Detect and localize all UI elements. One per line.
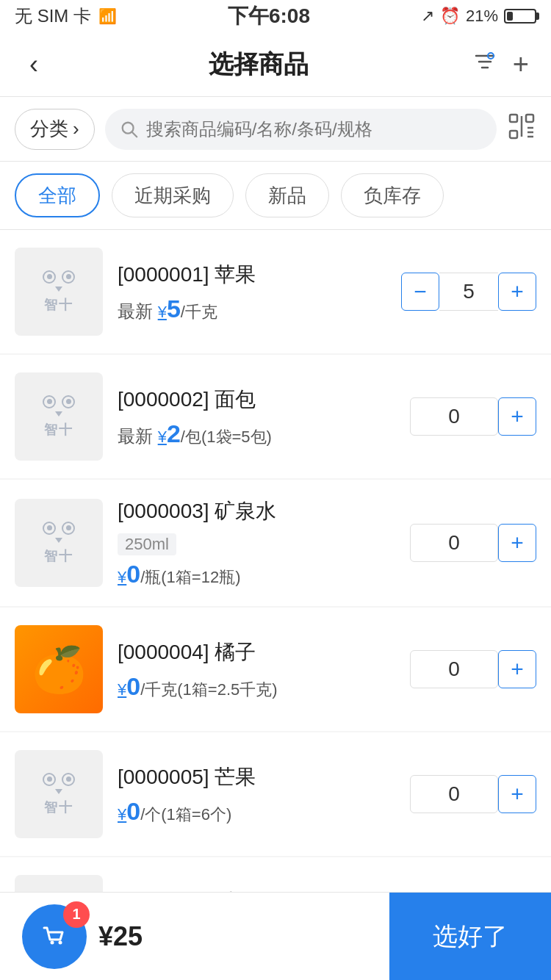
status-left: 无 SIM 卡 📶 [15,4,117,28]
product-info-0000002: [0000002] 面包 最新 ¥2/包(1袋=5包) [118,386,395,448]
list-item: 🍊 [0000004] 橘子 ¥0/千克(1箱=2.5千克) + [0,608,551,731]
svg-point-13 [51,940,54,944]
quantity-control-0000002: + [410,397,536,436]
confirm-button[interactable]: 选好了 [389,893,551,981]
product-image-0000003: 智十 [15,499,103,587]
product-name: [0000003] 矿泉水 [118,497,395,525]
qty-input[interactable] [439,273,498,311]
svg-rect-8 [510,131,517,138]
qty-plus-button[interactable]: + [498,524,536,562]
alarm-icon: ⏰ [440,7,460,26]
qty-input[interactable] [410,397,498,436]
nav-actions: + [472,48,529,81]
list-item: 智十 [0000002] 面包 最新 ¥2/包(1袋=5包) + [0,355,551,478]
carrier-label: 无 SIM 卡 [15,4,91,28]
svg-line-5 [132,131,136,136]
product-info-0000003: [0000003] 矿泉水 250ml ¥0/瓶(1箱=12瓶) [118,497,395,588]
list-item: 智十 [0000005] 芒果 ¥0/个(1箱=6个) + [0,732,551,856]
cart-badge: 1 [63,901,90,928]
page-title: 选择商品 [209,48,309,82]
status-bar: 无 SIM 卡 📶 下午6:08 ↗ ⏰ 21% [0,0,551,32]
cart-icon [38,920,71,953]
qty-plus-button[interactable]: + [498,397,536,436]
battery-percent: 21% [466,7,498,26]
tab-bar: 全部 近期采购 新品 负库存 [0,162,551,230]
quantity-control-0000005: + [410,775,536,813]
search-input-wrap [105,109,497,150]
cart-area: 1 ¥25 [22,904,389,969]
tab-new[interactable]: 新品 [245,173,329,217]
product-price: 最新 ¥2/包(1袋=5包) [118,419,395,448]
product-image-0000002: 智十 [15,372,103,461]
status-right: ↗ ⏰ 21% [421,7,536,26]
product-spec: 250ml [118,533,176,555]
status-time: 下午6:08 [228,2,310,30]
product-image-0000001: 智十 [15,248,103,336]
list-item: 智十 [0000003] 矿泉水 250ml ¥0/瓶(1箱=12瓶) + [0,480,551,606]
bottom-bar: 1 ¥25 选好了 [0,892,551,980]
back-button[interactable]: ‹ [22,42,46,87]
product-price: ¥0/个(1箱=6个) [118,797,395,826]
product-name: [0000004] 橘子 [118,638,395,666]
tab-recent[interactable]: 近期采购 [112,173,234,217]
product-image-0000005: 智十 [15,750,103,838]
quantity-control-0000004: + [410,650,536,688]
qty-input[interactable] [410,775,498,813]
battery-fill [507,12,513,21]
tab-negative-stock[interactable]: 负库存 [341,173,444,217]
quantity-control-0000001: − + [401,273,536,311]
category-label: 分类 [30,116,68,142]
svg-rect-7 [526,115,533,122]
svg-point-14 [59,940,62,944]
product-info-0000005: [0000005] 芒果 ¥0/个(1箱=6个) [118,763,395,826]
search-bar: 分类 › [0,97,551,162]
battery-bar [504,9,536,24]
cart-total: ¥25 [98,921,143,952]
nav-bar: ‹ 选择商品 + [0,32,551,97]
category-button[interactable]: 分类 › [15,109,95,150]
product-name: [0000002] 面包 [118,386,395,414]
qty-input[interactable] [410,524,498,562]
scan-icon[interactable] [507,112,536,146]
product-image-0000004: 🍊 [15,625,103,713]
qty-plus-button[interactable]: + [498,650,536,688]
product-info-0000004: [0000004] 橘子 ¥0/千克(1箱=2.5千克) [118,638,395,701]
product-name: [0000001] 苹果 [118,261,386,289]
product-name: [0000005] 芒果 [118,763,395,791]
product-price: 最新 ¥5/千克 [118,295,386,323]
list-item: 智十 [0000001] 苹果 最新 ¥5/千克 − + [0,230,551,353]
search-icon [120,119,139,140]
qty-plus-button[interactable]: + [498,273,536,311]
product-price: ¥0/瓶(1箱=12瓶) [118,560,395,588]
svg-rect-6 [510,115,517,122]
product-price: ¥0/千克(1箱=2.5千克) [118,672,395,701]
qty-plus-button[interactable]: + [498,775,536,813]
quantity-control-0000003: + [410,524,536,562]
cart-button[interactable]: 1 [22,904,87,969]
filter-icon[interactable] [472,48,498,81]
category-chevron: › [73,118,79,140]
qty-input[interactable] [410,650,498,688]
qty-minus-button[interactable]: − [401,273,439,311]
wifi-icon: 📶 [98,7,117,25]
product-list: 智十 [0000001] 苹果 最新 ¥5/千克 − + 智十 [0,230,551,980]
tab-all[interactable]: 全部 [15,173,100,217]
location-icon: ↗ [421,7,434,26]
search-input[interactable] [146,119,482,140]
add-icon[interactable]: + [513,48,529,80]
product-info-0000001: [0000001] 苹果 最新 ¥5/千克 [118,261,386,323]
